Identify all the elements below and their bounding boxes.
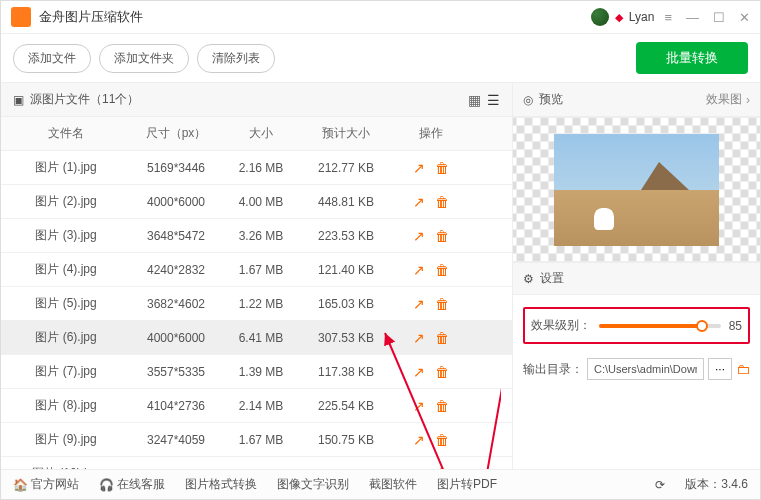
open-icon[interactable]: ↗	[413, 228, 425, 244]
cell-est: 223.53 KB	[301, 221, 391, 251]
cell-name: 图片 (8).jpg	[1, 389, 131, 422]
cell-name: 图片 (7).jpg	[1, 355, 131, 388]
table-row[interactable]: 图片 (10).jpg4480*67203.43 MB451.19 KB↗🗑	[1, 457, 512, 469]
browse-button[interactable]: ···	[708, 358, 732, 380]
cell-name: 图片 (5).jpg	[1, 287, 131, 320]
open-icon[interactable]: ↗	[413, 194, 425, 210]
cell-est: 212.77 KB	[301, 153, 391, 183]
support-icon: 🎧	[99, 478, 113, 492]
cell-size: 1.67 MB	[221, 425, 301, 455]
format-link[interactable]: 图片格式转换	[185, 476, 257, 493]
support-link[interactable]: 🎧在线客服	[99, 476, 165, 493]
grid-view-icon[interactable]: ▦	[468, 92, 481, 108]
gear-icon: ⚙	[523, 272, 534, 286]
open-icon[interactable]: ↗	[413, 466, 425, 470]
title-bar: 金舟图片压缩软件 ◆ Lyan ≡ — ☐ ✕	[1, 1, 760, 34]
home-icon: 🏠	[13, 478, 27, 492]
maximize-button[interactable]: ☐	[713, 10, 725, 25]
quality-slider[interactable]	[599, 324, 721, 328]
batch-convert-button[interactable]: 批量转换	[636, 42, 748, 74]
cell-name: 图片 (4).jpg	[1, 253, 131, 286]
table-row[interactable]: 图片 (3).jpg3648*54723.26 MB223.53 KB↗🗑	[1, 219, 512, 253]
cell-est: 165.03 KB	[301, 289, 391, 319]
delete-icon[interactable]: 🗑	[435, 432, 449, 448]
table-row[interactable]: 图片 (7).jpg3557*53351.39 MB117.38 KB↗🗑	[1, 355, 512, 389]
menu-button[interactable]: ≡	[664, 10, 672, 25]
image-icon: ▣	[13, 93, 24, 107]
delete-icon[interactable]: 🗑	[435, 330, 449, 346]
avatar-icon	[591, 8, 609, 26]
delete-icon[interactable]: 🗑	[435, 228, 449, 244]
cell-size: 3.26 MB	[221, 221, 301, 251]
open-icon[interactable]: ↗	[413, 296, 425, 312]
official-site-link[interactable]: 🏠官方网站	[13, 476, 79, 493]
open-icon[interactable]: ↗	[413, 398, 425, 414]
folder-icon[interactable]: 🗀	[736, 361, 750, 377]
cell-size: 3.43 MB	[221, 459, 301, 470]
cell-dim: 3648*5472	[131, 221, 221, 251]
user-chip[interactable]: ◆ Lyan	[591, 8, 655, 26]
cell-name: 图片 (2).jpg	[1, 185, 131, 218]
file-panel: ▣ 源图片文件（11个） ▦ ☰ 文件名 尺寸（px） 大小 预计大小 操作 图…	[1, 82, 513, 469]
open-icon[interactable]: ↗	[413, 330, 425, 346]
preview-image	[554, 134, 719, 246]
vip-icon: ◆	[615, 11, 623, 24]
capture-link[interactable]: 截图软件	[369, 476, 417, 493]
table-row[interactable]: 图片 (4).jpg4240*28321.67 MB121.40 KB↗🗑	[1, 253, 512, 287]
table-header: 文件名 尺寸（px） 大小 预计大小 操作	[1, 117, 512, 151]
cell-dim: 4104*2736	[131, 391, 221, 421]
delete-icon[interactable]: 🗑	[435, 398, 449, 414]
file-panel-header: ▣ 源图片文件（11个） ▦ ☰	[1, 82, 512, 117]
table-row[interactable]: 图片 (2).jpg4000*60004.00 MB448.81 KB↗🗑	[1, 185, 512, 219]
delete-icon[interactable]: 🗑	[435, 364, 449, 380]
list-view-icon[interactable]: ☰	[487, 92, 500, 108]
refresh-icon[interactable]: ⟳	[655, 478, 665, 492]
version-label: 版本：3.4.6	[685, 476, 748, 493]
open-icon[interactable]: ↗	[413, 432, 425, 448]
delete-icon[interactable]: 🗑	[435, 160, 449, 176]
minimize-button[interactable]: —	[686, 10, 699, 25]
col-name: 文件名	[1, 117, 131, 150]
table-row[interactable]: 图片 (9).jpg3247*40591.67 MB150.75 KB↗🗑	[1, 423, 512, 457]
quality-value: 85	[729, 319, 742, 333]
content-area: ▣ 源图片文件（11个） ▦ ☰ 文件名 尺寸（px） 大小 预计大小 操作 图…	[1, 82, 760, 469]
open-icon[interactable]: ↗	[413, 262, 425, 278]
add-file-button[interactable]: 添加文件	[13, 44, 91, 73]
delete-icon[interactable]: 🗑	[435, 296, 449, 312]
app-title: 金舟图片压缩软件	[39, 8, 591, 26]
cell-dim: 4000*6000	[131, 323, 221, 353]
ocr-link[interactable]: 图像文字识别	[277, 476, 349, 493]
delete-icon[interactable]: 🗑	[435, 466, 449, 470]
mountain-shape	[641, 162, 689, 190]
delete-icon[interactable]: 🗑	[435, 194, 449, 210]
slider-thumb[interactable]	[696, 320, 708, 332]
preview-area	[513, 117, 760, 262]
cell-name: 图片 (3).jpg	[1, 219, 131, 252]
open-icon[interactable]: ↗	[413, 160, 425, 176]
open-icon[interactable]: ↗	[413, 364, 425, 380]
cell-size: 1.39 MB	[221, 357, 301, 387]
cell-ops: ↗🗑	[391, 288, 471, 320]
table-row[interactable]: 图片 (1).jpg5169*34462.16 MB212.77 KB↗🗑	[1, 151, 512, 185]
close-button[interactable]: ✕	[739, 10, 750, 25]
table-row[interactable]: 图片 (5).jpg3682*46021.22 MB165.03 KB↗🗑	[1, 287, 512, 321]
settings-body: 效果级别： 85 输出目录： ··· 🗀	[513, 295, 760, 392]
table-row[interactable]: 图片 (8).jpg4104*27362.14 MB225.54 KB↗🗑	[1, 389, 512, 423]
cell-est: 448.81 KB	[301, 187, 391, 217]
cell-size: 1.67 MB	[221, 255, 301, 285]
toolbar: 添加文件 添加文件夹 清除列表 批量转换	[1, 34, 760, 82]
cell-ops: ↗🗑	[391, 356, 471, 388]
output-path-input[interactable]	[587, 358, 704, 380]
preview-icon: ◎	[523, 93, 533, 107]
preview-tab[interactable]: 效果图	[706, 91, 742, 108]
table-body: 图片 (1).jpg5169*34462.16 MB212.77 KB↗🗑图片 …	[1, 151, 512, 469]
delete-icon[interactable]: 🗑	[435, 262, 449, 278]
cell-est: 225.54 KB	[301, 391, 391, 421]
chevron-right-icon[interactable]: ›	[746, 93, 750, 107]
clear-list-button[interactable]: 清除列表	[197, 44, 275, 73]
add-folder-button[interactable]: 添加文件夹	[99, 44, 189, 73]
quality-label: 效果级别：	[531, 317, 591, 334]
cell-size: 1.22 MB	[221, 289, 301, 319]
table-row[interactable]: 图片 (6).jpg4000*60006.41 MB307.53 KB↗🗑	[1, 321, 512, 355]
pdf-link[interactable]: 图片转PDF	[437, 476, 497, 493]
